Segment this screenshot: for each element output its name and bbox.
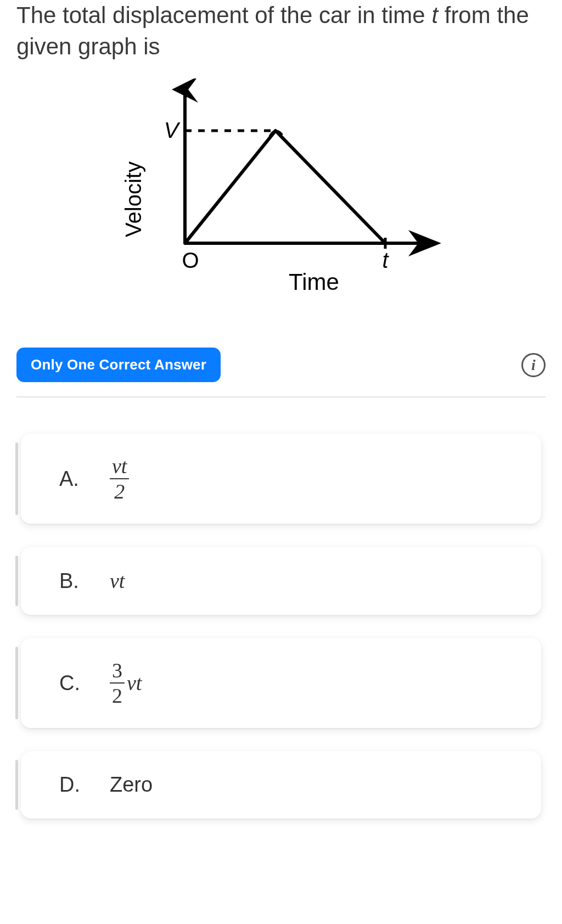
velocity-curve: [185, 131, 385, 243]
option-a[interactable]: A. vt 2: [21, 434, 541, 524]
option-d[interactable]: D. Zero: [21, 751, 541, 819]
option-b[interactable]: B. vt: [21, 547, 541, 615]
tag-row: Only One Correct Answer i: [16, 348, 546, 382]
options-list: A. vt 2 B. vt C. 3 2 vt D. Zero: [16, 434, 546, 819]
fraction-denominator: 2: [110, 685, 125, 706]
x-axis-label: Time: [289, 269, 339, 295]
y-axis-label: Velocity: [121, 161, 145, 237]
option-b-text: vt: [110, 569, 125, 593]
fraction-numerator: vt: [110, 456, 129, 477]
option-c-fraction: 3 2: [110, 660, 125, 706]
fraction-denominator: 2: [112, 481, 127, 502]
divider: [16, 396, 546, 397]
option-c-tail: vt: [127, 671, 142, 695]
question-line: The total displacement of the car in tim…: [16, 2, 529, 59]
option-letter: D.: [59, 773, 88, 797]
origin-label: O: [182, 248, 199, 272]
option-c[interactable]: C. 3 2 vt: [21, 638, 541, 728]
option-d-text: Zero: [110, 773, 153, 797]
fraction-bar: [110, 478, 129, 479]
velocity-time-graph: Velocity V O t Time: [111, 79, 451, 315]
x-tick-label: t: [382, 248, 389, 272]
fraction-bar: [110, 682, 125, 684]
option-a-fraction: vt 2: [110, 456, 129, 502]
graph-container: Velocity V O t Time: [16, 79, 546, 315]
option-letter: B.: [59, 569, 88, 593]
info-icon[interactable]: i: [521, 353, 546, 377]
option-letter: C.: [59, 671, 88, 695]
option-letter: A.: [59, 467, 88, 491]
answer-type-tag: Only One Correct Answer: [16, 348, 221, 382]
fraction-numerator: 3: [110, 660, 125, 681]
question-text: The total displacement of the car in tim…: [16, 0, 546, 62]
y-tick-label: V: [164, 118, 181, 142]
option-c-content: 3 2 vt: [110, 660, 142, 706]
